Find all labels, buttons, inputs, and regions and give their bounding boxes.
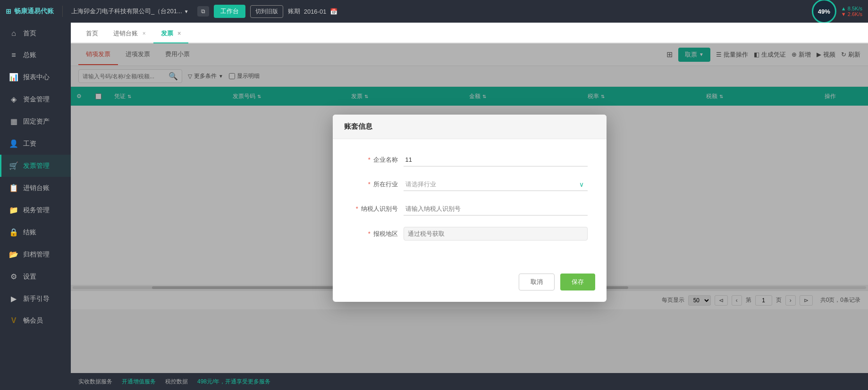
company-name-input[interactable]	[404, 153, 588, 166]
calendar-icon[interactable]: 📅	[330, 8, 337, 15]
sidebar-item-salary[interactable]: 👤 工资	[0, 133, 71, 155]
tax-region-label-text: 报税地区	[373, 230, 398, 237]
tab-sales-ledger[interactable]: 进销台账 ×	[106, 25, 153, 43]
industry-label: * 所在行业	[352, 180, 404, 189]
company-dropdown-icon: ▼	[184, 9, 189, 14]
app-name: 畅康通易代账	[14, 7, 54, 16]
inner-content: 销项发票 进项发票 费用小票 ⊞ 取票 ▼ ☰	[71, 43, 868, 373]
tab-invoice-close-icon[interactable]: ×	[177, 30, 181, 37]
sidebar-label-home: 首页	[23, 29, 36, 38]
account-info-dialog: 账套信息 * 企业名称	[333, 115, 607, 302]
upload-speed: ▲ 8.5K/s	[841, 6, 862, 11]
sidebar-item-close[interactable]: 🔒 结账	[0, 221, 71, 243]
form-row-tax-region: * 报税地区	[352, 227, 588, 241]
cancel-button[interactable]: 取消	[519, 274, 555, 290]
assets-icon: ▦	[9, 117, 18, 126]
dialog-header: 账套信息	[333, 115, 607, 139]
sidebar-item-settings[interactable]: ⚙ 设置	[0, 266, 71, 288]
company-name: 上海卯金刀电子科技有限公司_（台201...	[71, 7, 182, 16]
sidebar-label-ledger: 总账	[23, 51, 36, 59]
notice-text2: 税控数据	[165, 378, 188, 386]
sidebar-item-ledger[interactable]: ≡ 总账	[0, 44, 71, 66]
tax-id-label-text: 纳税人识别号	[361, 205, 398, 212]
home-icon: ⌂	[9, 29, 18, 38]
sidebar-item-reports[interactable]: 📊 报表中心	[0, 66, 71, 88]
topbar-icons: ⧉	[197, 6, 209, 17]
form-row-industry: * 所在行业 请选择行业 ∨	[352, 178, 588, 191]
notice-link1[interactable]: 开通增值服务	[122, 378, 156, 386]
sidebar-label-reports: 报表中心	[23, 73, 50, 82]
main-layout: ⌂ 首页 ≡ 总账 📊 报表中心 ◈ 资金管理 ▦ 固定资产 👤 工资 🛒 发票…	[0, 23, 868, 390]
sidebar-label-salary: 工资	[23, 140, 36, 148]
period-value: 2016-01	[304, 8, 327, 15]
tab-home[interactable]: 首页	[78, 25, 106, 43]
dialog-title: 账套信息	[344, 122, 372, 130]
period-display: 账期 2016-01 📅	[288, 7, 338, 16]
form-row-company: * 企业名称	[352, 153, 588, 166]
settings-icon: ⚙	[9, 272, 18, 281]
topbar: ⊞ 畅康通易代账 上海卯金刀电子科技有限公司_（台201... ▼ ⧉ 工作台 …	[0, 0, 868, 23]
sidebar: ⌂ 首页 ≡ 总账 📊 报表中心 ◈ 资金管理 ▦ 固定资产 👤 工资 🛒 发票…	[0, 23, 71, 390]
sidebar-item-guide[interactable]: ▶ 新手引导	[0, 288, 71, 310]
sidebar-label-tax: 税务管理	[23, 206, 50, 215]
tab-invoice[interactable]: 发票 ×	[153, 25, 189, 43]
invoice-icon: 🛒	[9, 161, 18, 170]
sidebar-item-home[interactable]: ⌂ 首页	[0, 23, 71, 44]
dialog-overlay: 账套信息 * 企业名称	[71, 43, 868, 373]
tax-id-label: * 纳税人识别号	[352, 205, 404, 213]
sidebar-label-sales: 进销台账	[23, 184, 50, 192]
copy-icon-btn[interactable]: ⧉	[197, 6, 209, 17]
sidebar-label-guide: 新手引导	[23, 295, 50, 303]
tab-sales-close-icon[interactable]: ×	[143, 30, 146, 37]
workbench-button[interactable]: 工作台	[214, 5, 245, 18]
sales-icon: 📋	[9, 183, 18, 192]
content-area: 首页 进销台账 × 发票 × 销项发票 进项发票	[71, 23, 868, 390]
sidebar-label-archive: 归档管理	[23, 250, 50, 259]
industry-label-text: 所在行业	[373, 181, 398, 188]
sidebar-item-member[interactable]: V 畅会员	[0, 310, 71, 332]
tab-invoice-label: 发票	[161, 30, 173, 37]
guide-icon: ▶	[9, 294, 18, 303]
company-name-label: * 企业名称	[352, 156, 404, 164]
tab-sales-label: 进销台账	[113, 30, 138, 37]
sidebar-item-tax[interactable]: 📁 税务管理	[0, 199, 71, 221]
required-star-taxid: *	[356, 205, 358, 212]
ledger-icon: ≡	[9, 51, 18, 59]
app-logo: ⊞ 畅康通易代账	[6, 7, 54, 16]
sidebar-item-sales[interactable]: 📋 进销台账	[0, 177, 71, 199]
notice-text1: 实收数据服务	[78, 378, 112, 386]
tax-id-input[interactable]	[404, 202, 588, 216]
company-selector[interactable]: 上海卯金刀电子科技有限公司_（台201... ▼	[71, 7, 189, 16]
sidebar-item-archive[interactable]: 📂 归档管理	[0, 243, 71, 266]
required-star-company: *	[368, 156, 371, 163]
switch-old-button[interactable]: 切到旧版	[250, 5, 283, 18]
reports-icon: 📊	[9, 73, 18, 82]
notice-link2[interactable]: 498元/年，开通享受更多服务	[197, 378, 270, 386]
required-star-region: *	[368, 230, 371, 237]
sidebar-label-assets: 固定资产	[23, 117, 50, 126]
close-accounts-icon: 🔒	[9, 228, 18, 237]
sidebar-label-close: 结账	[23, 228, 36, 237]
sidebar-label-invoice: 发票管理	[23, 162, 50, 170]
sidebar-label-settings: 设置	[23, 273, 36, 281]
app-icon: ⊞	[6, 8, 11, 15]
required-star-industry: *	[368, 181, 371, 188]
sidebar-label-funds: 资金管理	[23, 95, 50, 104]
speed-info: ▲ 8.5K/s ▼ 2.6K/s	[841, 6, 862, 17]
speed-gauge: 49%	[812, 0, 836, 24]
sidebar-item-invoice[interactable]: 🛒 发票管理	[0, 155, 71, 177]
tax-icon: 📁	[9, 206, 18, 215]
industry-select[interactable]: 请选择行业	[404, 178, 588, 191]
form-row-tax-id: * 纳税人识别号	[352, 202, 588, 216]
sidebar-item-assets[interactable]: ▦ 固定资产	[0, 110, 71, 133]
member-icon: V	[9, 316, 18, 325]
save-button[interactable]: 保存	[560, 274, 595, 290]
tab-home-label: 首页	[86, 30, 98, 37]
bottom-notice: 实收数据服务 开通增值服务 税控数据 498元/年，开通享受更多服务	[71, 373, 868, 390]
tab-bar: 首页 进销台账 × 发票 ×	[71, 23, 868, 43]
industry-select-wrap: 请选择行业 ∨	[404, 178, 588, 191]
sidebar-item-funds[interactable]: ◈ 资金管理	[0, 88, 71, 110]
company-label-text: 企业名称	[373, 156, 398, 163]
salary-icon: 👤	[9, 139, 18, 148]
dialog-body: * 企业名称 * 所在行业	[333, 139, 607, 266]
